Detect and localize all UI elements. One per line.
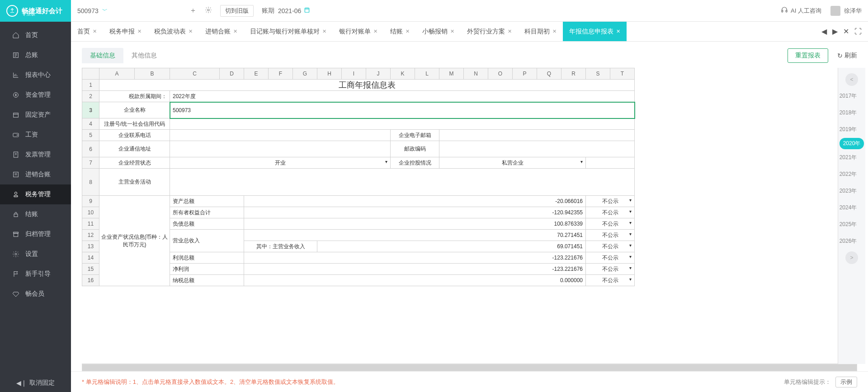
column-header[interactable]: G [293,68,317,80]
close-icon[interactable]: ✕ [137,28,142,34]
tab[interactable]: 科目期初✕ [518,22,563,41]
sub-tab-other[interactable]: 其他信息 [123,48,165,63]
cell-value[interactable]: -20.066016 [244,196,586,207]
cell-item[interactable]: 营业总收入 [170,230,244,252]
cell-value[interactable]: 2022年度 [170,91,635,102]
row-header[interactable]: 10 [82,207,99,218]
tab[interactable]: 小畅报销✕ [416,22,461,41]
row-header[interactable]: 8 [82,169,99,196]
ai-consult-button[interactable]: AI 人工咨询 [781,6,821,15]
company-select[interactable]: 500973 ﹀ [77,7,181,14]
cell-dropdown[interactable]: 不公示 [586,196,635,207]
column-header[interactable]: K [391,68,415,80]
cell-value[interactable]: -120.942355 [244,207,586,218]
nav-tax[interactable]: 税务管理 [0,184,71,204]
corner-cell[interactable] [82,68,99,80]
row-header[interactable]: 11 [82,218,99,230]
nav-guide[interactable]: 新手引导 [0,264,71,284]
cell-item[interactable]: 利润总额 [170,252,244,264]
column-header[interactable]: A [99,68,135,80]
nav-report[interactable]: 报表中心 [0,65,71,85]
column-header[interactable]: J [366,68,391,80]
cell-item[interactable]: 负债总额 [170,218,244,230]
nav-home[interactable]: 首页 [0,25,71,45]
tab[interactable]: 外贸行业方案✕ [461,22,518,41]
close-icon[interactable]: ✕ [233,28,237,34]
cell-label[interactable]: 企业电子邮箱 [391,130,439,141]
row-header[interactable]: 15 [82,264,99,275]
cell-label[interactable]: 邮政编码 [391,141,439,157]
column-header[interactable]: D [220,68,244,80]
cell-value[interactable]: 69.071451 [317,241,586,252]
settings-icon[interactable] [205,6,212,15]
cell-value[interactable]: -123.221676 [244,264,586,275]
cell-value[interactable]: 70.271451 [244,230,586,241]
year-prev-icon[interactable]: < [845,73,858,86]
column-header[interactable]: M [439,68,464,80]
year-item[interactable]: 2022年 [840,166,864,183]
row-header[interactable]: 5 [82,130,99,141]
row-header[interactable]: 1 [82,80,99,91]
cell-label[interactable]: 企业名称 [99,102,170,118]
cell-value[interactable]: 100.876339 [244,218,586,230]
column-header[interactable]: C [170,68,220,80]
plus-icon[interactable]: ＋ [189,6,197,15]
cell-value[interactable]: 0.000000 [244,275,586,286]
nav-vip[interactable]: 畅会员 [0,284,71,304]
close-icon[interactable]: ✕ [450,28,454,34]
column-header[interactable]: F [269,68,293,80]
close-icon[interactable]: ✕ [406,28,410,34]
close-icon[interactable]: ✕ [189,28,193,34]
close-icon[interactable]: ✕ [552,28,557,34]
cell-dropdown[interactable]: 不公示 [586,252,635,264]
regenerate-button[interactable]: 重置报表 [788,48,828,63]
tab[interactable]: 税务申报✕ [103,22,148,41]
cell-label[interactable]: 注册号/统一社会信用代码 [99,118,170,130]
nav-settings[interactable]: 设置 [0,244,71,264]
column-header[interactable]: Q [537,68,561,80]
cell-item[interactable]: 所有者权益合计 [170,207,244,218]
cell-dropdown[interactable]: 不公示 [586,264,635,275]
nav-psi[interactable]: 进销合账 [0,165,71,184]
cell-item[interactable]: 其中：主营业务收入 [244,241,317,252]
cell-value[interactable] [439,141,635,157]
tab[interactable]: 年报信息申报表✕ [563,22,627,41]
column-header[interactable]: T [610,68,635,80]
cell-dropdown[interactable]: 不公示 [586,207,635,218]
row-header[interactable]: 3 [82,102,99,118]
tab-prev-icon[interactable]: ◀ [819,27,830,36]
year-item[interactable]: 2021年 [840,149,864,166]
close-icon[interactable]: ✕ [322,28,326,34]
cell-dropdown[interactable]: 不公示 [586,241,635,252]
column-header[interactable]: O [488,68,513,80]
old-version-button[interactable]: 切到旧版 [220,5,254,17]
user-menu[interactable]: 徐泽华 [830,6,862,16]
tab[interactable]: 结账✕ [384,22,416,41]
cell-value[interactable] [439,130,635,141]
year-item[interactable]: 2024年 [840,199,864,216]
cell-value[interactable] [586,157,635,169]
tab-next-icon[interactable]: ▶ [830,27,840,36]
column-header[interactable]: S [586,68,610,80]
nav-invoice[interactable]: 发票管理 [0,145,71,165]
column-header[interactable]: B [135,68,170,80]
column-header[interactable]: P [513,68,537,80]
row-header[interactable]: 2 [82,91,99,102]
horizontal-scrollbar[interactable] [82,364,857,371]
year-item[interactable]: 2018年 [840,104,864,121]
nav-archive[interactable]: 归档管理 [0,224,71,244]
tab[interactable]: 进销合账✕ [199,22,244,41]
tab-fullscreen-icon[interactable]: ⛶ [852,28,864,36]
year-item[interactable]: 2026年 [840,233,864,250]
cell-value[interactable]: 500973 [170,102,635,118]
nav-assets[interactable]: 固定资产 [0,105,71,125]
cell-label[interactable]: 企业联系电话 [99,130,170,141]
cell-item[interactable]: 资产总额 [170,196,244,207]
nav-close[interactable]: 结账 [0,204,71,224]
example-button[interactable]: 示例 [835,377,857,387]
cell-dropdown[interactable]: 不公示 [586,218,635,230]
column-header[interactable]: H [317,68,342,80]
close-icon[interactable]: ✕ [508,28,512,34]
cell-label[interactable]: 企业通信地址 [99,141,170,157]
row-header[interactable]: 9 [82,196,99,207]
